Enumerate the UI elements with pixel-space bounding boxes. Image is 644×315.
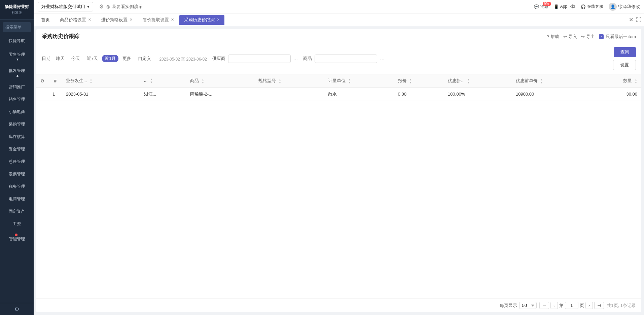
- app-download-button[interactable]: 📱 App下载: [554, 4, 575, 9]
- tab-close-icon[interactable]: ✕: [171, 18, 174, 22]
- supplier-input[interactable]: [228, 55, 291, 63]
- demo-button[interactable]: ◎ 我要看实例演示: [106, 4, 143, 10]
- th-price[interactable]: 报价 ▲▼: [394, 74, 444, 88]
- sidebar-item-智能管理[interactable]: 智能管理: [0, 230, 34, 245]
- th-date[interactable]: 业务发生... ▲▼: [62, 74, 140, 88]
- page-nav: ⊢ ‹ 第 页 › ⊣: [539, 302, 604, 309]
- export-button[interactable]: ↪ 导出: [581, 34, 595, 40]
- sidebar-item-销售管理[interactable]: 销售管理: [0, 93, 34, 106]
- sidebar-search-area[interactable]: 搜索菜单: [0, 20, 34, 35]
- sidebar-item-电商管理[interactable]: 电商管理: [0, 193, 34, 205]
- product-ellipsis[interactable]: ...: [380, 56, 384, 62]
- page-next-button[interactable]: ›: [585, 302, 593, 309]
- th-spec[interactable]: 规格型号 ▲▼: [254, 74, 324, 88]
- td-num: 1: [48, 88, 62, 101]
- date-range: 2023-05-02 至 2023-06-02: [159, 57, 207, 62]
- sidebar-item-label: 营销推广: [9, 84, 25, 90]
- content-area: 采购历史价跟踪 ? 帮助 ↩ 导入 ↪ 导出 ✓: [34, 26, 644, 315]
- user-menu-button[interactable]: 👤 徐泽华修改: [609, 3, 640, 11]
- sidebar-item-资金管理[interactable]: 资金管理: [0, 143, 34, 155]
- th-pre-price[interactable]: 优惠前单价 ▲▼: [512, 74, 592, 88]
- sidebar-item-营销推广[interactable]: 营销推广: [0, 81, 34, 93]
- supplier-ellipsis[interactable]: ...: [293, 56, 298, 62]
- settings-icon-topbar[interactable]: ⚙: [99, 3, 104, 10]
- tab-采购历史价跟踪[interactable]: 采购历史价跟踪✕: [179, 15, 224, 25]
- th-discount[interactable]: 优惠折... ▲▼: [444, 74, 512, 88]
- date-filter-label: 日期: [42, 56, 50, 62]
- th-qty[interactable]: 数量 ▲▼: [592, 74, 641, 88]
- tab-label: 首页: [41, 17, 50, 23]
- sidebar-gear-button[interactable]: ⚙: [14, 306, 19, 312]
- page-last-button[interactable]: ⊣: [594, 302, 604, 309]
- help-icon: ?: [547, 34, 549, 39]
- product-input[interactable]: [315, 55, 377, 63]
- gear-icon[interactable]: ⚙: [40, 78, 44, 83]
- checkbox-icon: ✓: [599, 34, 604, 39]
- sidebar-item-label: 工资: [13, 221, 21, 227]
- tab-close-icon[interactable]: ✕: [217, 18, 220, 22]
- date-option-昨天[interactable]: 昨天: [53, 55, 67, 62]
- help-button[interactable]: ? 帮助: [547, 34, 559, 40]
- query-button[interactable]: 查询: [614, 47, 636, 57]
- date-option-近7天[interactable]: 近7天: [84, 55, 101, 62]
- messages-button[interactable]: 💬 消息 99+: [534, 4, 548, 9]
- sidebar-bottom: ⚙: [0, 303, 34, 315]
- tab-商品价格设置[interactable]: 商品价格设置✕: [55, 15, 96, 25]
- page-input[interactable]: [565, 302, 578, 309]
- sidebar-item-label: 小畅电商: [9, 109, 25, 115]
- th-product[interactable]: 商品 ▲▼: [186, 74, 254, 88]
- pagination: 每页显示 50 100 200 ⊢ ‹ 第 页 › ⊣ 共1页, 1条记: [36, 298, 641, 312]
- sidebar-item-零售管理[interactable]: 零售管理▼: [0, 48, 34, 65]
- page-prev-button[interactable]: ‹: [550, 302, 558, 309]
- help-label: 帮助: [550, 34, 559, 40]
- product-selector[interactable]: 好业财标准版交付试用 ▾: [38, 2, 93, 11]
- date-option-自定义[interactable]: 自定义: [135, 55, 154, 62]
- tab-close-icon[interactable]: ✕: [88, 18, 91, 22]
- sidebar-item-采购管理[interactable]: 采购管理: [0, 118, 34, 131]
- tab-close-icon[interactable]: ✕: [130, 18, 133, 22]
- export-label: 导出: [586, 34, 595, 40]
- messages-badge: 99+: [543, 2, 551, 6]
- sidebar-item-label: 资金管理: [9, 146, 25, 152]
- sidebar-item-quick-nav[interactable]: 快捷导航: [0, 35, 34, 47]
- sidebar-item-label: 智能管理: [9, 236, 25, 242]
- sidebar-item-税务管理[interactable]: 税务管理: [0, 180, 34, 193]
- tab-首页[interactable]: 首页: [36, 15, 55, 25]
- sidebar-item-小畅电商[interactable]: 小畅电商: [0, 106, 34, 118]
- expand-tab-button[interactable]: ⛶: [636, 17, 641, 23]
- page-header: 采购历史价跟踪 ? 帮助 ↩ 导入 ↪ 导出 ✓: [36, 29, 641, 43]
- date-option-近1月[interactable]: 近1月: [102, 55, 118, 62]
- sidebar-item-总账管理[interactable]: 总账管理: [0, 155, 34, 168]
- th-unit[interactable]: 计量单位 ▲▼: [324, 74, 394, 88]
- sidebar-item-固定资产[interactable]: 固定资产: [0, 205, 34, 218]
- th-gear: ⚙: [36, 74, 48, 88]
- search-menu-button[interactable]: 搜索菜单: [3, 22, 31, 32]
- page-unit: 页: [580, 303, 584, 309]
- demo-text: 我要看实例演示: [112, 4, 143, 10]
- filter-settings-button[interactable]: 设置: [613, 60, 636, 70]
- td-discount: 100.00%: [444, 88, 512, 101]
- date-filter-group: 日期 昨天今天近7天近1月更多自定义 2023-05-02 至 2023-06-…: [42, 55, 207, 62]
- message-icon: 💬: [534, 4, 539, 9]
- import-button[interactable]: ↩ 导入: [563, 34, 577, 40]
- per-page-select[interactable]: 50 100 200: [519, 302, 537, 309]
- table-header-row: ⚙ # 业务发生... ▲▼ ... ▲▼ 商品 ▲▼ 规格型号 ▲▼ 计量单位…: [36, 74, 641, 88]
- page-first-button[interactable]: ⊢: [539, 302, 549, 309]
- date-option-今天[interactable]: 今天: [69, 55, 83, 62]
- sidebar-item-label: 采购管理: [9, 121, 25, 127]
- th-extra[interactable]: ... ▲▼: [140, 74, 186, 88]
- td-unit: 散水: [324, 88, 394, 101]
- date-option-更多[interactable]: 更多: [120, 55, 134, 62]
- tab-进价策略设置[interactable]: 进价策略设置✕: [97, 15, 137, 25]
- online-service-button[interactable]: 🎧 在线客服: [581, 4, 603, 9]
- tab-售价提取设置[interactable]: 售价提取设置✕: [138, 15, 179, 25]
- sidebar-item-label: 快捷导航: [9, 38, 25, 44]
- supplier-filter-group: 供应商 ...: [212, 55, 298, 63]
- sidebar-item-label: 固定资产: [9, 209, 25, 214]
- sidebar-item-批发管理[interactable]: 批发管理▲: [0, 65, 34, 81]
- sidebar-item-工资[interactable]: 工资: [0, 218, 34, 230]
- close-tab-button[interactable]: ✕: [629, 16, 633, 23]
- sidebar-item-发票管理[interactable]: 发票管理: [0, 168, 34, 180]
- sidebar-item-库存核算[interactable]: 库存核算: [0, 131, 34, 143]
- only-last-checkbox[interactable]: ✓ 只看最后一item: [599, 34, 636, 40]
